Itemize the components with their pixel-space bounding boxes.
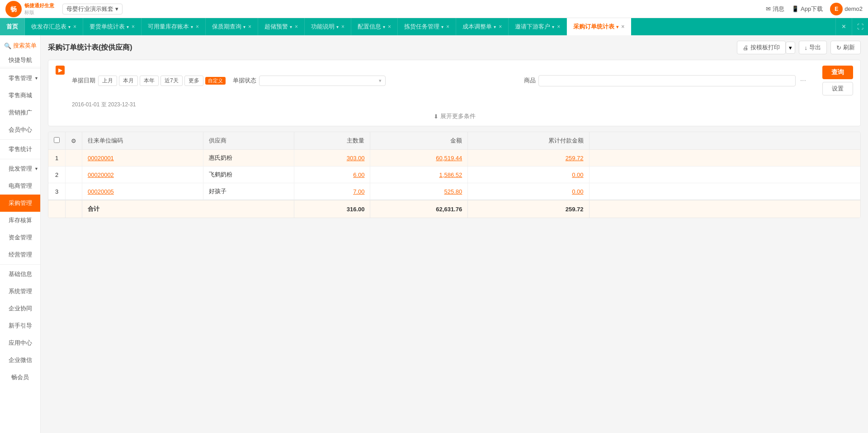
sidebar-item-ecommerce[interactable]: 电商管理 [0, 177, 40, 195]
sidebar-item-wechat[interactable]: 企业微信 [0, 352, 40, 369]
cell-seq: 2 [48, 167, 66, 183]
search-btn[interactable]: 🔍 搜索英单 [4, 40, 37, 52]
cell-qty[interactable]: 7.00 [294, 183, 370, 200]
tab-config[interactable]: 配置信息 ▾ × [351, 18, 398, 35]
tab-close-icon[interactable]: × [73, 24, 76, 30]
workspace-arrow-icon: ▾ [115, 5, 118, 12]
sidebar-nav-shortcut[interactable]: 快捷导航 [0, 54, 40, 67]
code-link[interactable]: 00020002 [88, 171, 114, 178]
top-bar: 畅 畅捷通好生意 标版 母婴行业演示账套 ▾ ✉ 消息 📱 App下载 E de… [0, 0, 868, 18]
tab-order-stats[interactable]: 要货单统计表 ▾ × [83, 18, 142, 35]
cell-qty[interactable]: 303.00 [294, 150, 370, 167]
search-icon: 🔍 [4, 43, 11, 49]
sidebar-item-retail-shop[interactable]: 零售商城 [0, 87, 40, 104]
tab-expiry[interactable]: 保质期查询 ▾ × [206, 18, 258, 35]
sidebar-item-wholesale[interactable]: 批发管理 [0, 160, 40, 177]
date-more[interactable]: 更多 [184, 76, 203, 86]
tab-purchase-stats[interactable]: 采购订单统计表 ▾ × [567, 18, 631, 35]
sidebar-item-members[interactable]: 会员中心 [0, 121, 40, 138]
tab-close-icon[interactable]: × [499, 24, 502, 30]
tab-tasks[interactable]: 拣货任务管理 ▾ × [398, 18, 456, 35]
footer-row: 合计 316.00 62,631.76 259.72 [48, 200, 860, 218]
cell-amount[interactable]: 1,586.52 [370, 167, 468, 183]
tab-home[interactable]: 首页 [0, 18, 25, 35]
export-icon: ↓ [805, 44, 808, 51]
select-all-checkbox[interactable] [54, 137, 60, 143]
export-btn[interactable]: ↓ 导出 [799, 41, 827, 54]
date-last-month[interactable]: 上月 [98, 76, 117, 86]
table-row: 2 00020002 飞鹤奶粉 6.00 1,586.52 0.00 [48, 167, 860, 183]
tab-close-icon[interactable]: × [557, 24, 560, 30]
cell-qty[interactable]: 6.00 [294, 167, 370, 183]
tab-arrow-icon: ▾ [336, 24, 339, 29]
filter-row-2: 2016-01-01 至 2023-12-31 [72, 99, 853, 109]
sidebar-item-retail[interactable]: 零售管理 [0, 70, 40, 87]
sidebar-item-finance[interactable]: 资金管理 [0, 229, 40, 246]
sidebar-item-inventory-check[interactable]: 库存核算 [0, 212, 40, 229]
cell-code: 00020005 [82, 183, 203, 200]
date-range-display: 2016-01-01 至 2023-12-31 [72, 101, 136, 109]
date-7days[interactable]: 近7天 [160, 76, 183, 86]
cell-paid[interactable]: 0.00 [468, 183, 589, 200]
print-btn[interactable]: 🖨 按模板打印 [737, 41, 786, 54]
code-link[interactable]: 00020005 [88, 188, 114, 195]
footer-qty: 316.00 [294, 200, 370, 218]
tab-close-icon[interactable]: × [341, 24, 344, 30]
sidebar-item-new-guide[interactable]: 新手引导 [0, 317, 40, 334]
tab-inventory[interactable]: 可用量库存账本 ▾ × [142, 18, 206, 35]
message-icon: ✉ [766, 5, 771, 12]
cell-paid[interactable]: 0.00 [468, 167, 589, 183]
tab-func-desc[interactable]: 功能说明 ▾ × [305, 18, 351, 35]
refresh-btn[interactable]: ↻ 刷新 [830, 41, 861, 54]
tab-close-icon[interactable]: × [446, 24, 449, 30]
cell-amount[interactable]: 60,519.44 [370, 150, 468, 167]
goods-more-btn[interactable]: ··· [798, 76, 808, 85]
user-profile[interactable]: E demo2 [830, 3, 863, 15]
expand-icon: ⬇ [434, 113, 439, 120]
tab-close-icon[interactable]: × [295, 24, 298, 30]
tab-invite-down[interactable]: 邀请下游客户 ▾ × [509, 18, 567, 35]
sidebar-item-retail-stats[interactable]: 零售统计 [0, 141, 40, 158]
date-this-month[interactable]: 本月 [119, 76, 138, 86]
settings-btn[interactable]: 设置 [822, 82, 853, 95]
tab-arrow-icon: ▾ [68, 24, 71, 29]
filter-row-1: 单据日期 上月 本月 本年 近7天 更多 自定义 [72, 66, 853, 95]
status-select[interactable]: ▾ [259, 76, 386, 86]
tabs-close-btn[interactable]: × [835, 18, 852, 35]
query-btn[interactable]: 查询 [822, 66, 853, 79]
code-link[interactable]: 00020001 [88, 155, 114, 162]
tab-receive[interactable]: 收发存汇总表 ▾ × [25, 18, 83, 35]
page-title: 采购订单统计表(按供应商) [48, 43, 132, 52]
cell-amount[interactable]: 525.80 [370, 183, 468, 200]
status-arrow-icon: ▾ [379, 78, 382, 84]
sidebar-item-enterprise[interactable]: 企业协同 [0, 300, 40, 317]
filter-collapse-toggle[interactable]: ▶ [56, 66, 65, 75]
tab-close-icon[interactable]: × [388, 24, 391, 30]
tab-close-icon[interactable]: × [196, 24, 199, 30]
col-supplier: 供应商 [203, 132, 294, 150]
date-this-year[interactable]: 本年 [140, 76, 159, 86]
workspace-label: 母婴行业演示账套 [66, 5, 113, 13]
workspace-selector[interactable]: 母婴行业演示账套 ▾ [62, 4, 123, 14]
cell-paid[interactable]: 259.72 [468, 150, 589, 167]
tab-overstock[interactable]: 超储预警 ▾ × [258, 18, 305, 35]
app-download-btn[interactable]: 📱 App下载 [792, 5, 823, 13]
tab-cost-adjust[interactable]: 成本调整单 ▾ × [456, 18, 509, 35]
sidebar-item-operations[interactable]: 经营管理 [0, 246, 40, 263]
tabs-expand-btn[interactable]: ⛶ [852, 18, 868, 35]
goods-input[interactable] [538, 75, 796, 86]
tab-close-icon[interactable]: × [248, 24, 251, 30]
sidebar-item-vip[interactable]: 畅会员 [0, 369, 40, 386]
sidebar-item-basics[interactable]: 基础信息 [0, 266, 40, 283]
print-icon: 🖨 [743, 44, 749, 51]
expand-btn[interactable]: ⬇ 展开更多条件 [434, 112, 476, 120]
print-arrow-btn[interactable]: ▾ [786, 42, 795, 54]
sidebar-item-system[interactable]: 系统管理 [0, 283, 40, 300]
tab-close-icon[interactable]: × [621, 24, 624, 30]
sidebar-item-app-center[interactable]: 应用中心 [0, 334, 40, 352]
sidebar-item-purchase[interactable]: 采购管理 [0, 195, 40, 212]
tab-close-icon[interactable]: × [132, 24, 135, 30]
settings-col-icon[interactable]: ⚙ [71, 138, 76, 144]
messages-btn[interactable]: ✉ 消息 [766, 5, 784, 13]
sidebar-item-marketing[interactable]: 营销推广 [0, 104, 40, 121]
